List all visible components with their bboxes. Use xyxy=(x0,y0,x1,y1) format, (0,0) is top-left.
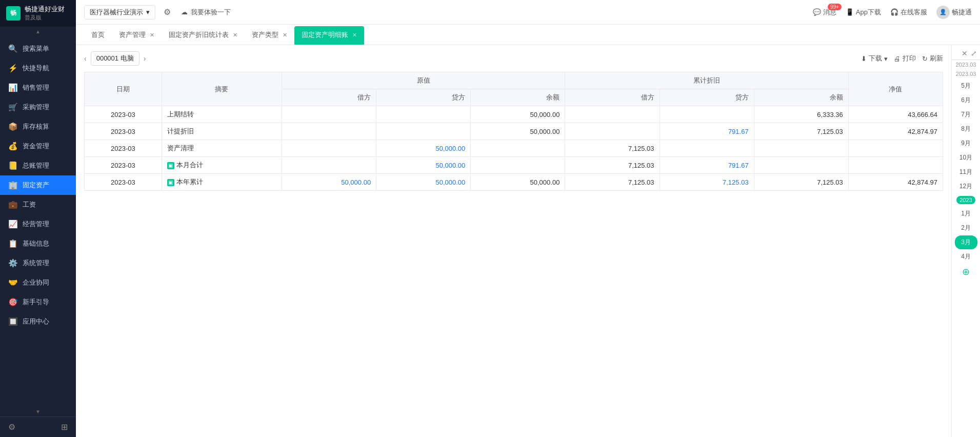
timeline-month-6月[interactable]: 6月 xyxy=(955,93,977,107)
timeline-month-2月[interactable]: 2月 xyxy=(955,221,977,235)
sidebar-footer: ⚙ ⊞ xyxy=(0,416,76,437)
sidebar-item-sales[interactable]: 📊 销售管理 xyxy=(0,78,76,97)
message-badge: 99+ xyxy=(828,4,842,10)
tab-2[interactable]: 固定资产折旧统计表✕ xyxy=(162,26,245,45)
sidebar-item-funds[interactable]: 💰 资金管理 xyxy=(0,136,76,156)
tab-close-4[interactable]: ✕ xyxy=(352,32,357,38)
timeline-month-9月[interactable]: 9月 xyxy=(955,136,977,150)
sidebar-item-quicknav[interactable]: ⚡ 快捷导航 xyxy=(0,58,76,78)
sidebar-icon-inventory: 📦 xyxy=(8,122,17,131)
tab-1[interactable]: 资产管理✕ xyxy=(112,26,162,45)
sidebar-label-inventory: 库存核算 xyxy=(23,122,49,131)
user-action[interactable]: 👤 畅捷通 xyxy=(936,6,972,19)
timeline-prev-year: 2023.03 xyxy=(954,60,978,69)
tab-0[interactable]: 首页 xyxy=(84,26,112,45)
sidebar-scroll-up[interactable]: ▲ xyxy=(0,27,76,37)
timeline-month-4月[interactable]: 4月 xyxy=(955,250,977,264)
sidebar-item-operations[interactable]: 📈 经营管理 xyxy=(0,214,76,234)
collapse-icon[interactable]: ⊞ xyxy=(61,422,68,432)
message-action[interactable]: 💬 消息 99+ xyxy=(813,8,836,17)
tab-3[interactable]: 资产类型✕ xyxy=(245,26,294,45)
timeline-month-3月[interactable]: 3月 xyxy=(955,235,977,249)
panel-expand-icon[interactable]: ⤢ xyxy=(971,49,977,57)
app-download-action[interactable]: 📱 App下载 xyxy=(846,8,881,17)
timeline-month-8月[interactable]: 8月 xyxy=(955,122,977,136)
sidebar-item-system[interactable]: ⚙️ 系统管理 xyxy=(0,253,76,273)
sidebar-item-guide[interactable]: 🎯 新手引导 xyxy=(0,292,76,312)
cell-date-2: 2023-03 xyxy=(85,140,162,157)
timeline-month-1月[interactable]: 1月 xyxy=(955,207,977,221)
sidebar-item-inventory[interactable]: 📦 库存核算 xyxy=(0,117,76,136)
sidebar-item-fixed_assets[interactable]: 🏢 固定资产 xyxy=(0,175,76,195)
tab-label-2: 固定资产折旧统计表 xyxy=(169,30,229,39)
table-row: 2023-03 ▣本月合计 50,000.00 7,125.03 791.67 xyxy=(85,157,943,174)
cell-orig-credit-4: 50,000.00 xyxy=(376,174,471,191)
sidebar-label-purchase: 采购管理 xyxy=(23,103,49,112)
cell-summary-3: ▣本月合计 xyxy=(162,157,282,174)
cell-orig-balance-1: 50,000.00 xyxy=(471,123,565,140)
sidebar-label-search: 搜索菜单 xyxy=(23,44,49,53)
panel-control-bar: ✕ ⤢ xyxy=(952,47,980,60)
refresh-button[interactable]: ↻ 刷新 xyxy=(922,54,943,63)
cell-orig-balance-3 xyxy=(471,157,565,174)
timeline-down-arrow[interactable]: ⊕ xyxy=(962,266,970,277)
tab-label-4: 固定资产明细账 xyxy=(302,30,348,39)
timeline-month-10月[interactable]: 10月 xyxy=(955,151,977,165)
cell-orig-debit-4: 50,000.00 xyxy=(282,174,376,191)
sidebar-icon-fixed_assets: 🏢 xyxy=(8,181,17,190)
sidebar-item-app_center[interactable]: 🔲 应用中心 xyxy=(0,312,76,331)
timeline-month-5月[interactable]: 5月 xyxy=(955,79,977,93)
col-header-orig-credit: 贷方 xyxy=(376,89,471,106)
timeline-month-7月[interactable]: 7月 xyxy=(955,108,977,122)
online-support-action[interactable]: 🎧 在线客服 xyxy=(890,8,927,17)
col-header-acc-balance: 余额 xyxy=(754,89,848,106)
sidebar-item-basic_info[interactable]: 📋 基础信息 xyxy=(0,234,76,253)
tab-label-3: 资产类型 xyxy=(252,30,278,39)
asset-tag: 000001 电脑 xyxy=(91,51,139,66)
sidebar-label-payroll: 工资 xyxy=(23,200,36,209)
download-button[interactable]: ⬇ 下载 ▾ xyxy=(861,54,888,63)
settings-icon[interactable]: ⚙ xyxy=(8,422,15,432)
experience-button[interactable]: ☁ 我要体验一下 xyxy=(181,8,231,17)
cell-orig-balance-2 xyxy=(471,140,565,157)
timeline-month-11月[interactable]: 11月 xyxy=(955,165,977,179)
group-icon: ▣ xyxy=(167,179,174,186)
col-header-acc-credit: 贷方 xyxy=(659,89,754,106)
sidebar-item-search[interactable]: 🔍 搜索菜单 xyxy=(0,39,76,58)
download-icon: 📱 xyxy=(846,8,854,16)
sidebar-item-payroll[interactable]: 💼 工资 xyxy=(0,195,76,214)
col-header-acc-debit: 借方 xyxy=(565,89,659,106)
asset-next-button[interactable]: › xyxy=(144,54,146,63)
cell-acc-balance-0: 6,333.36 xyxy=(754,106,848,123)
tab-close-3[interactable]: ✕ xyxy=(283,32,287,38)
app-logo-icon: 畅 xyxy=(6,6,21,21)
sidebar-label-basic_info: 基础信息 xyxy=(23,239,49,248)
tab-close-1[interactable]: ✕ xyxy=(150,32,154,38)
sidebar-header: 畅 畅捷通好业财 普及版 xyxy=(0,0,76,27)
company-name: 医疗器械行业演示 xyxy=(90,8,143,17)
sidebar-label-operations: 经营管理 xyxy=(23,220,49,229)
print-icon: 🖨 xyxy=(894,55,901,63)
cell-summary-1: 计提折旧 xyxy=(162,123,282,140)
cell-net-value-0: 43,666.64 xyxy=(848,106,943,123)
sidebar-label-sales: 销售管理 xyxy=(23,83,49,92)
sidebar-item-collab[interactable]: 🤝 企业协同 xyxy=(0,273,76,292)
asset-prev-button[interactable]: ‹ xyxy=(84,54,87,63)
group-icon: ▣ xyxy=(167,162,174,169)
panel-close-icon[interactable]: ✕ xyxy=(962,49,968,57)
timeline-month-12月[interactable]: 12月 xyxy=(955,180,977,193)
sidebar-scroll-down[interactable]: ▼ xyxy=(0,406,76,416)
company-selector[interactable]: 医疗器械行业演示 ▾ xyxy=(84,5,155,19)
cell-net-value-2 xyxy=(848,140,943,157)
main-area: 医疗器械行业演示 ▾ ⚙ ☁ 我要体验一下 💬 消息 99+ 📱 App下载 🎧… xyxy=(76,0,980,437)
sidebar-item-ledger[interactable]: 📒 总账管理 xyxy=(0,156,76,175)
tab-4[interactable]: 固定资产明细账✕ xyxy=(294,26,364,45)
header-settings-icon[interactable]: ⚙ xyxy=(164,7,171,17)
sidebar-item-purchase[interactable]: 🛒 采购管理 xyxy=(0,97,76,117)
cell-acc-debit-4: 7,125.03 xyxy=(565,174,659,191)
sidebar-label-guide: 新手引导 xyxy=(23,297,49,307)
toolbar-actions: ⬇ 下载 ▾ 🖨 打印 ↻ 刷新 xyxy=(861,54,943,63)
cell-orig-balance-4: 50,000.00 xyxy=(471,174,565,191)
print-button[interactable]: 🖨 打印 xyxy=(894,54,916,63)
tab-close-2[interactable]: ✕ xyxy=(233,32,237,38)
